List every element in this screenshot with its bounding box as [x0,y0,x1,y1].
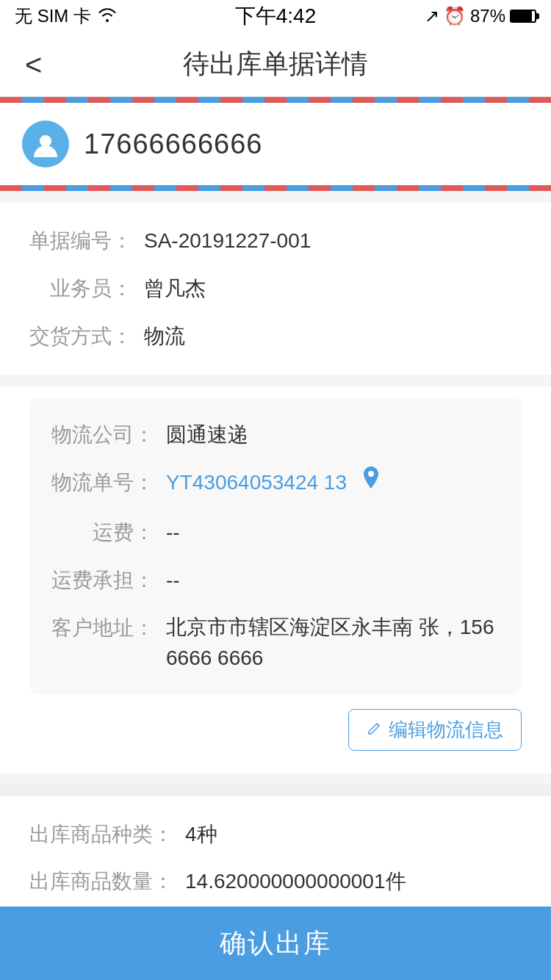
delivery-method-value: 物流 [144,320,522,353]
document-number-row: 单据编号： SA-20191227-001 [29,225,522,258]
gray-divider [0,785,551,796]
freight-value: -- [166,516,500,550]
delivery-method-label: 交货方式： [29,320,132,353]
tracking-number-row: 物流单号： YT43064053424 13 [51,466,500,502]
svg-point-1 [368,471,374,477]
product-type-label: 出库商品种类： [29,818,173,851]
location-status-icon: ↗ [425,6,439,26]
logistics-section: 物流公司： 圆通速递 物流单号： YT43064053424 13 运费： [0,386,551,772]
battery-text: 87% [470,6,505,26]
tracking-number-value: YT43064053424 13 [166,466,500,502]
tracking-number-label: 物流单号： [51,466,154,500]
salesperson-label: 业务员： [29,273,132,306]
freight-label: 运费： [51,516,154,550]
carrier-text: 无 SIM 卡 [15,4,91,28]
edit-btn-container: 编辑物流信息 [29,709,522,751]
product-quantity-value: 14.620000000000001件 [185,865,522,898]
status-time: 下午4:42 [235,2,317,30]
product-quantity-label: 出库商品数量： [29,865,173,898]
edit-logistics-label: 编辑物流信息 [389,717,503,743]
back-button[interactable]: < [18,40,49,88]
document-number-value: SA-20191227-001 [144,225,522,258]
user-phone: 17666666666 [84,129,262,160]
page-title: 待出库单据详情 [183,46,368,82]
battery-icon [510,10,536,23]
basic-info-section: 单据编号： SA-20191227-001 业务员： 曾凡杰 交货方式： 物流 [0,203,551,375]
location-icon[interactable] [360,466,382,502]
freight-bearer-value: -- [166,564,500,597]
address-value: 北京市市辖区海淀区永丰南 张，156 6666 6666 [166,612,500,674]
status-bar: 无 SIM 卡 下午4:42 ↗ ⏰ 87% [0,0,551,32]
address-row: 客户地址： 北京市市辖区海淀区永丰南 张，156 6666 6666 [51,612,500,674]
user-header: 17666666666 [0,103,551,185]
delivery-method-row: 交货方式： 物流 [29,320,522,353]
status-left: 无 SIM 卡 [15,4,118,28]
freight-bearer-label: 运费承担： [51,564,154,597]
alarm-icon: ⏰ [444,6,466,26]
salesperson-value: 曾凡杰 [144,273,522,306]
product-quantity-row: 出库商品数量： 14.620000000000001件 [29,865,522,898]
svg-point-0 [40,135,51,147]
logistics-company-row: 物流公司： 圆通速递 [51,419,500,452]
logistics-company-label: 物流公司： [51,419,154,452]
stripe-divider-2 [0,185,551,191]
address-label: 客户地址： [51,612,154,645]
back-icon: < [25,48,42,80]
stripe-divider [0,97,551,103]
edit-icon [367,718,383,741]
confirm-outbound-button[interactable]: 确认出库 [0,907,551,980]
freight-bearer-row: 运费承担： -- [51,564,500,597]
freight-row: 运费： -- [51,516,500,550]
salesperson-row: 业务员： 曾凡杰 [29,273,522,306]
edit-logistics-button[interactable]: 编辑物流信息 [348,709,522,751]
status-right: ↗ ⏰ 87% [425,6,536,26]
document-number-label: 单据编号： [29,225,132,258]
bottom-area: 确认出库 [0,907,551,980]
user-avatar [22,120,69,167]
logistics-company-value: 圆通速递 [166,419,500,452]
logistics-card: 物流公司： 圆通速递 物流单号： YT43064053424 13 运费： [29,398,522,693]
product-type-row: 出库商品种类： 4种 [29,818,522,851]
nav-bar: < 待出库单据详情 [0,32,551,97]
product-type-value: 4种 [185,818,522,851]
wifi-icon [97,6,118,26]
